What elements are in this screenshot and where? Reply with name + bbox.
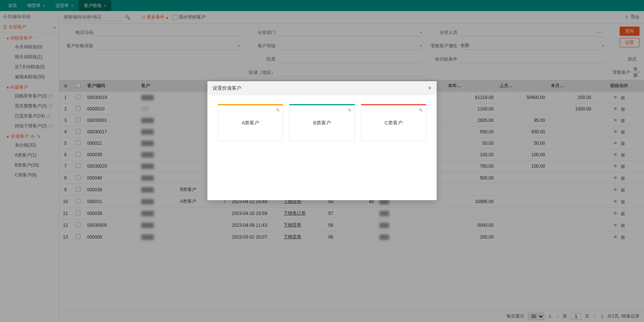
close-icon[interactable]: × (428, 85, 431, 92)
edit-icon[interactable]: ✎ (419, 107, 423, 113)
card-class-c[interactable]: ✎ C类客户 (361, 104, 426, 141)
value-customer-modal: 设置价值客户 × ✎ A类客户 ✎ B类客户 ✎ C类客户 (207, 81, 437, 200)
card-class-a[interactable]: ✎ A类客户 (218, 104, 283, 141)
modal-title: 设置价值客户 (213, 85, 241, 92)
edit-icon[interactable]: ✎ (348, 107, 352, 113)
edit-icon[interactable]: ✎ (276, 107, 280, 113)
card-class-b[interactable]: ✎ B类客户 (289, 104, 355, 141)
modal-overlay[interactable]: 设置价值客户 × ✎ A类客户 ✎ B类客户 ✎ C类客户 (0, 0, 644, 322)
